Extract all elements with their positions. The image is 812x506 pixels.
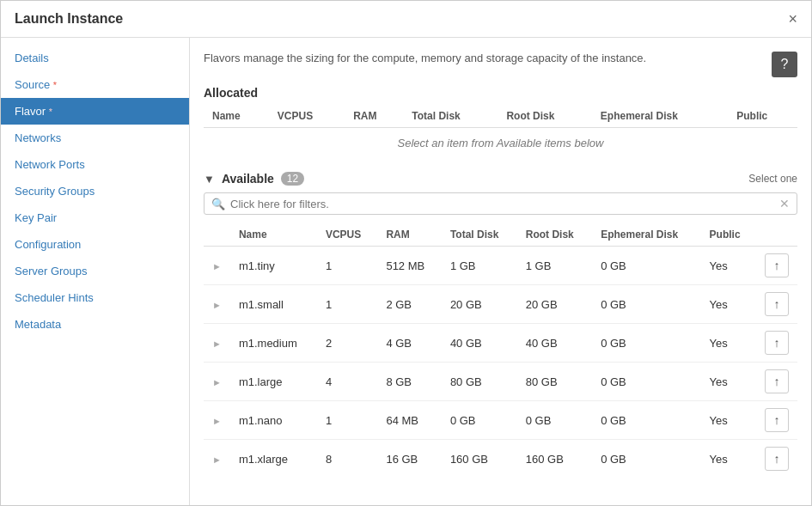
cell-name: m1.large [230,363,317,401]
search-input[interactable] [230,198,779,210]
cell-vcpus: 1 [317,401,377,440]
main-content: Flavors manage the sizing for the comput… [190,38,811,505]
allocated-table: Name VCPUS RAM Total Disk Root Disk Ephe… [204,105,797,158]
allocated-col-total-disk: Total Disk [403,105,498,128]
table-row: ► m1.tiny 1 512 MB 1 GB 1 GB 0 GB Yes ↑ [204,247,797,285]
allocated-empty-row: Select an item from Available items belo… [204,128,797,159]
sidebar-item-server-groups[interactable]: Server Groups [1,258,189,284]
available-table: Name VCPUS RAM Total Disk Root Disk Ephe… [204,223,797,478]
sidebar-item-scheduler-hints[interactable]: Scheduler Hints [1,284,189,311]
allocate-up-button[interactable]: ↑ [765,447,789,471]
allocated-col-root-disk: Root Disk [498,105,591,128]
cell-name: m1.tiny [230,247,317,285]
table-row: ► m1.large 4 8 GB 80 GB 80 GB 0 GB Yes ↑ [204,363,797,401]
available-header: ▼ Available 12 Select one [204,172,797,186]
sidebar-item-security-groups[interactable]: Security Groups [1,178,189,204]
allocated-col-ram: RAM [345,105,403,128]
allocated-header-row: Name VCPUS RAM Total Disk Root Disk Ephe… [204,105,797,128]
cell-root-disk: 20 GB [517,285,592,324]
allocated-col-name: Name [204,105,269,128]
cell-vcpus: 8 [317,440,377,479]
help-icon: ? [781,57,789,72]
available-col-total-disk: Total Disk [442,223,517,247]
allocated-empty-message: Select an item from Available items belo… [204,128,797,159]
sidebar-item-networks[interactable]: Networks [1,125,189,151]
help-button[interactable]: ? [772,52,797,77]
search-bar: 🔍 ✕ [204,192,797,215]
search-clear-icon[interactable]: ✕ [779,197,790,210]
cell-vcpus: 2 [317,324,377,363]
close-button[interactable]: × [788,11,797,27]
cell-root-disk: 40 GB [517,324,592,363]
available-header-row: Name VCPUS RAM Total Disk Root Disk Ephe… [204,223,797,247]
table-row: ► m1.small 1 2 GB 20 GB 20 GB 0 GB Yes ↑ [204,285,797,324]
cell-total-disk: 40 GB [442,324,517,363]
cell-root-disk: 80 GB [517,363,592,401]
cell-name: m1.nano [230,401,317,440]
available-col-action [756,223,797,247]
table-row: ► m1.nano 1 64 MB 0 GB 0 GB 0 GB Yes ↑ [204,401,797,440]
available-col-ephemeral-disk: Ephemeral Disk [592,223,700,247]
dialog-title: Launch Instance [15,11,123,27]
available-col-root-disk: Root Disk [517,223,592,247]
cell-public: Yes [701,285,756,324]
allocated-col-public: Public [728,105,797,128]
cell-ephemeral-disk: 0 GB [592,401,700,440]
table-row: ► m1.medium 2 4 GB 40 GB 40 GB 0 GB Yes … [204,324,797,363]
row-expand-icon[interactable]: ► [212,377,222,387]
cell-total-disk: 20 GB [442,285,517,324]
allocated-col-ephemeral-disk: Ephemeral Disk [592,105,728,128]
cell-ram: 512 MB [377,247,441,285]
cell-total-disk: 80 GB [442,363,517,401]
cell-total-disk: 160 GB [442,440,517,479]
row-expand-icon[interactable]: ► [212,300,222,310]
dialog-body: Details Source * Flavor * Networks Netwo… [1,38,811,505]
cell-public: Yes [701,363,756,401]
allocate-up-button[interactable]: ↑ [765,369,789,393]
allocate-up-button[interactable]: ↑ [765,292,789,316]
available-count-badge: 12 [281,172,304,186]
source-required-marker: * [53,80,57,90]
sidebar-item-details[interactable]: Details [1,45,189,71]
chevron-down-icon: ▼ [204,173,215,186]
sidebar-item-network-ports[interactable]: Network Ports [1,151,189,178]
cell-ephemeral-disk: 0 GB [592,363,700,401]
row-expand-icon[interactable]: ► [212,454,222,465]
cell-ephemeral-disk: 0 GB [592,324,700,363]
flavor-required-marker: * [49,107,52,117]
allocate-up-button[interactable]: ↑ [765,408,789,432]
sidebar-item-key-pair[interactable]: Key Pair [1,204,189,231]
available-col-vcpus: VCPUS [317,223,377,247]
sidebar-item-flavor[interactable]: Flavor * [1,98,189,125]
cell-name: m1.small [230,285,317,324]
cell-public: Yes [701,324,756,363]
available-title-group[interactable]: ▼ Available 12 [204,172,304,186]
dialog-header: Launch Instance × [1,1,811,38]
available-col-expand [204,223,230,247]
sidebar-item-metadata[interactable]: Metadata [1,311,189,338]
cell-public: Yes [701,401,756,440]
available-col-ram: RAM [377,223,441,247]
select-one-label: Select one [748,173,797,185]
allocate-up-button[interactable]: ↑ [765,253,789,277]
allocated-col-vcpus: VCPUS [269,105,345,128]
cell-name: m1.xlarge [230,440,317,479]
row-expand-icon[interactable]: ► [212,338,222,349]
row-expand-icon[interactable]: ► [212,416,222,426]
launch-instance-dialog: Launch Instance × Details Source * Flavo… [0,0,812,506]
sidebar-item-source[interactable]: Source * [1,71,189,98]
sidebar-item-configuration[interactable]: Configuration [1,231,189,258]
table-row: ► m1.xlarge 8 16 GB 160 GB 160 GB 0 GB Y… [204,440,797,479]
cell-ram: 8 GB [377,363,441,401]
cell-total-disk: 0 GB [442,401,517,440]
available-title-text: Available [222,172,274,186]
cell-ram: 64 MB [377,401,441,440]
search-icon: 🔍 [211,198,225,210]
cell-ephemeral-disk: 0 GB [592,285,700,324]
row-expand-icon[interactable]: ► [212,261,222,271]
available-col-public: Public [701,223,756,247]
cell-root-disk: 160 GB [517,440,592,479]
cell-root-disk: 0 GB [517,401,592,440]
cell-ephemeral-disk: 0 GB [592,247,700,285]
allocate-up-button[interactable]: ↑ [765,331,789,355]
